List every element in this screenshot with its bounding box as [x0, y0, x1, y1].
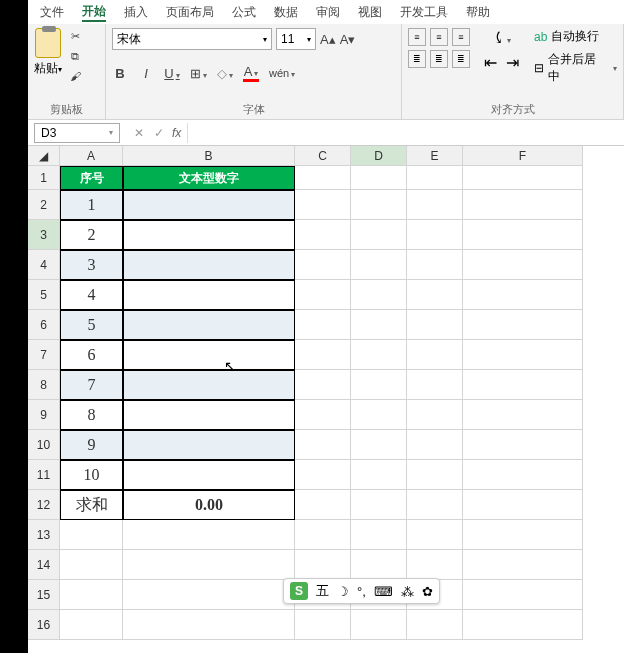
cell[interactable]: 10 [60, 460, 123, 490]
cell[interactable] [351, 190, 407, 220]
cell[interactable] [295, 250, 351, 280]
cell[interactable] [463, 250, 583, 280]
name-box[interactable]: D3▾ [34, 123, 120, 143]
cell[interactable] [463, 490, 583, 520]
tab-文件[interactable]: 文件 [40, 4, 64, 21]
cell[interactable] [463, 220, 583, 250]
cell[interactable] [295, 190, 351, 220]
cell[interactable] [351, 490, 407, 520]
fx-icon[interactable]: fx [172, 126, 181, 140]
cell[interactable]: 3 [60, 250, 123, 280]
cell[interactable] [407, 220, 463, 250]
cell[interactable] [407, 280, 463, 310]
col-header[interactable]: D [351, 146, 407, 166]
row-header[interactable]: 2 [28, 190, 60, 220]
cell[interactable] [407, 460, 463, 490]
cell[interactable] [463, 190, 583, 220]
row-header[interactable]: 13 [28, 520, 60, 550]
italic-button[interactable]: I [138, 66, 154, 81]
align-center-icon[interactable]: ≣ [430, 50, 448, 68]
tab-页面布局[interactable]: 页面布局 [166, 4, 214, 21]
ime-logo-icon[interactable]: S [290, 582, 308, 600]
underline-button[interactable]: U [164, 66, 180, 81]
cell[interactable] [295, 610, 351, 640]
row-header[interactable]: 11 [28, 460, 60, 490]
row-header[interactable]: 15 [28, 580, 60, 610]
increase-indent-icon[interactable]: ⇥ [504, 53, 520, 72]
cell[interactable] [60, 580, 123, 610]
ime-item[interactable]: ⁂ [401, 584, 414, 599]
cell[interactable] [407, 430, 463, 460]
cell[interactable] [463, 460, 583, 490]
increase-font-icon[interactable]: A▴ [320, 32, 336, 47]
tab-开发工具[interactable]: 开发工具 [400, 4, 448, 21]
cell[interactable]: 0.00 [123, 490, 295, 520]
cell[interactable] [123, 280, 295, 310]
cell[interactable] [351, 460, 407, 490]
cell[interactable] [123, 400, 295, 430]
cell[interactable] [463, 550, 583, 580]
cell[interactable] [351, 430, 407, 460]
tab-开始[interactable]: 开始 [82, 3, 106, 22]
col-header[interactable]: A [60, 146, 123, 166]
cell[interactable] [463, 166, 583, 190]
cell[interactable]: 8 [60, 400, 123, 430]
cell[interactable] [351, 280, 407, 310]
cell[interactable] [351, 250, 407, 280]
row-header[interactable]: 3 [28, 220, 60, 250]
cell[interactable] [295, 280, 351, 310]
ime-item[interactable]: ⌨ [374, 584, 393, 599]
cell[interactable] [295, 370, 351, 400]
cell[interactable] [351, 310, 407, 340]
cell[interactable] [351, 520, 407, 550]
align-left-icon[interactable]: ≣ [408, 50, 426, 68]
phonetic-button[interactable]: wén [269, 67, 295, 79]
cell[interactable] [123, 340, 295, 370]
cell[interactable] [407, 520, 463, 550]
col-header[interactable]: F [463, 146, 583, 166]
cell[interactable] [351, 400, 407, 430]
copy-icon[interactable]: ⧉ [66, 48, 84, 64]
row-header[interactable]: 1 [28, 166, 60, 190]
tab-视图[interactable]: 视图 [358, 4, 382, 21]
cell[interactable] [295, 220, 351, 250]
cell[interactable] [123, 370, 295, 400]
align-bottom-icon[interactable]: ≡ [452, 28, 470, 46]
row-header[interactable]: 8 [28, 370, 60, 400]
cell[interactable] [407, 550, 463, 580]
cell[interactable] [123, 430, 295, 460]
cell[interactable]: 2 [60, 220, 123, 250]
cell[interactable] [123, 610, 295, 640]
cell[interactable]: 序号 [60, 166, 123, 190]
orientation-button[interactable]: ⤹ [482, 28, 520, 47]
font-color-button[interactable]: A [243, 64, 259, 82]
cell[interactable] [123, 220, 295, 250]
cell[interactable] [295, 166, 351, 190]
cell[interactable]: 求和 [60, 490, 123, 520]
cell[interactable] [463, 340, 583, 370]
cell[interactable] [407, 166, 463, 190]
ime-item[interactable]: °, [357, 584, 366, 599]
row-header[interactable]: 16 [28, 610, 60, 640]
cell[interactable] [463, 430, 583, 460]
border-button[interactable]: ⊞ [190, 66, 207, 81]
align-right-icon[interactable]: ≣ [452, 50, 470, 68]
cell[interactable] [407, 310, 463, 340]
cell[interactable]: 9 [60, 430, 123, 460]
row-header[interactable]: 10 [28, 430, 60, 460]
decrease-font-icon[interactable]: A▾ [340, 32, 356, 47]
col-header[interactable]: B [123, 146, 295, 166]
cell[interactable] [295, 310, 351, 340]
cell[interactable] [60, 610, 123, 640]
cell[interactable] [407, 250, 463, 280]
align-top-icon[interactable]: ≡ [408, 28, 426, 46]
ime-toolbar[interactable]: S 五 ☽ °, ⌨ ⁂ ✿ [283, 578, 440, 604]
row-header[interactable]: 14 [28, 550, 60, 580]
row-header[interactable]: 12 [28, 490, 60, 520]
cell[interactable] [123, 310, 295, 340]
ime-mode[interactable]: 五 [316, 582, 329, 600]
cell[interactable] [123, 250, 295, 280]
format-painter-icon[interactable]: 🖌 [66, 68, 84, 84]
formula-input[interactable] [187, 123, 624, 143]
paste-icon[interactable] [35, 28, 61, 58]
